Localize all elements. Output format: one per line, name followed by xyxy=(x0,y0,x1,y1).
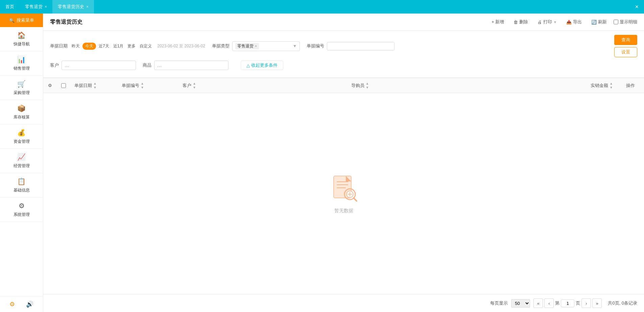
refresh-button-label: 刷新 xyxy=(598,19,607,25)
sidebar-item-sales-label: 销售管理 xyxy=(14,66,30,71)
delete-icon: 🗑 xyxy=(514,20,518,25)
show-detail-container: 显示明细 xyxy=(614,19,637,25)
page-size-select[interactable]: 50 10 20 100 xyxy=(511,299,530,308)
date-btn-more[interactable]: 更多 xyxy=(126,43,137,50)
print-button[interactable]: 🖨 打印 ▼ xyxy=(535,18,559,26)
th-customer-sort[interactable]: ▲ ▼ xyxy=(193,82,196,89)
page-next-button[interactable]: › xyxy=(581,298,591,308)
sidebar-search[interactable]: 🔍 搜索菜单 xyxy=(0,14,43,27)
tab-home[interactable]: 首页 xyxy=(0,0,20,14)
tab-retail-return-close[interactable]: × xyxy=(45,4,47,9)
th-guide-label: 导购员 xyxy=(351,83,364,89)
pagination: 每页显示 50 10 20 100 « ‹ 第 页 › » 共0页, 0条记录 xyxy=(43,294,644,312)
page-input[interactable] xyxy=(561,299,574,307)
th-customer-label: 客户 xyxy=(183,83,191,89)
system-icon: ⚙ xyxy=(19,202,25,210)
tab-retail-return-history-close[interactable]: × xyxy=(86,4,89,9)
topbar: 首页 零售退货 × 零售退货历史 × × xyxy=(0,0,644,14)
th-date-label: 单据日期 xyxy=(74,83,92,89)
export-button[interactable]: 📤 导出 xyxy=(564,18,585,26)
sidebar-item-operations[interactable]: 📈 经营管理 xyxy=(0,149,43,173)
audio-icon[interactable]: 🔊 xyxy=(26,300,33,308)
doc-type-value: 零售退货 × xyxy=(235,43,293,49)
empty-text: 暂无数据 xyxy=(334,208,353,214)
refresh-button[interactable]: 🔄 刷新 xyxy=(589,18,610,26)
th-spacer xyxy=(408,82,577,89)
th-no[interactable]: 单据编号 ▲ ▼ xyxy=(118,78,178,93)
doc-type-tag-close[interactable]: × xyxy=(255,44,257,48)
date-btn-1month[interactable]: 近1月 xyxy=(112,43,125,50)
th-action: 操作 xyxy=(617,79,644,92)
goods-select[interactable]: ... xyxy=(154,61,229,70)
th-customer[interactable]: 客户 ▲ ▼ xyxy=(178,78,347,93)
show-detail-label: 显示明细 xyxy=(620,19,637,25)
main-layout: 🔍 搜索菜单 🏠 快捷导航 📊 销售管理 🛒 采购管理 📦 库存核算 💰 资金管… xyxy=(0,14,644,312)
doc-type-select[interactable]: 零售退货 × ▼ xyxy=(232,41,300,51)
sidebar-item-sales-mgmt[interactable]: 📊 销售管理 xyxy=(0,51,43,76)
date-btn-7days[interactable]: 近7天 xyxy=(97,43,111,50)
th-amount[interactable]: 实销金额 ▲ ▼ xyxy=(576,78,617,93)
delete-button[interactable]: 🗑 删除 xyxy=(511,18,531,26)
svg-line-7 xyxy=(354,198,357,201)
new-button[interactable]: + 新增 xyxy=(489,18,507,26)
th-settings[interactable]: ⚙ xyxy=(43,80,57,91)
purchase-icon: 🛒 xyxy=(17,80,26,88)
th-no-label: 单据编号 xyxy=(122,83,139,89)
sidebar-item-quick-nav[interactable]: 🏠 快捷导航 xyxy=(0,27,43,51)
header-actions: + 新增 🗑 删除 🖨 打印 ▼ 📤 导出 🔄 刷新 xyxy=(489,18,637,26)
page-prev-button[interactable]: ‹ xyxy=(544,298,554,308)
select-all-checkbox[interactable] xyxy=(61,83,66,88)
doc-no-filter: 单据编号 xyxy=(307,42,395,50)
show-detail-checkbox[interactable] xyxy=(614,20,618,24)
th-amount-sort[interactable]: ▲ ▼ xyxy=(610,82,613,89)
sidebar-item-inventory[interactable]: 📦 库存核算 xyxy=(0,100,43,125)
th-date-sort[interactable]: ▲ ▼ xyxy=(93,82,97,89)
page-last-button[interactable]: » xyxy=(592,298,602,308)
query-button[interactable]: 查询 xyxy=(614,35,637,45)
sidebar-item-inventory-label: 库存核算 xyxy=(14,114,30,120)
home-icon: 🏠 xyxy=(17,31,26,39)
settings-button[interactable]: 设置 xyxy=(614,47,637,57)
goods-dots: ... xyxy=(157,62,162,68)
th-date[interactable]: 单据日期 ▲ ▼ xyxy=(70,78,118,93)
date-btn-today[interactable]: 今天 xyxy=(82,43,96,50)
customer-filter: 客户 ... xyxy=(50,61,136,70)
table-area: ⚙ 单据日期 ▲ ▼ 单据编号 ▲ ▼ xyxy=(43,78,644,294)
sidebar-item-finance[interactable]: 💰 资金管理 xyxy=(0,125,43,149)
date-btn-custom[interactable]: 自定义 xyxy=(138,43,153,50)
basic-info-icon: 📋 xyxy=(17,177,26,185)
search-icon: 🔍 xyxy=(9,18,15,23)
th-guide[interactable]: 导购员 ▲ ▼ xyxy=(347,78,408,93)
customer-select[interactable]: ... xyxy=(62,61,136,70)
filter-area: 单据日期 昨天 今天 近7天 近1月 更多 自定义 2023-06-02 至 2… xyxy=(43,31,644,78)
content-area: 零售退货历史 + 新增 🗑 删除 🖨 打印 ▼ 📤 导出 xyxy=(43,14,644,312)
date-btn-yesterday[interactable]: 昨天 xyxy=(70,43,81,50)
doc-no-label: 单据编号 xyxy=(307,43,324,49)
tab-retail-return[interactable]: 零售退货 × xyxy=(20,0,52,14)
table-header: ⚙ 单据日期 ▲ ▼ 单据编号 ▲ ▼ xyxy=(43,78,644,93)
goods-filter: 商品 ... xyxy=(143,61,229,70)
tab-retail-return-history-label: 零售退货历史 xyxy=(58,4,84,10)
tab-retail-return-label: 零售退货 xyxy=(25,4,43,10)
empty-icon xyxy=(327,173,361,204)
window-close-button[interactable]: × xyxy=(629,3,644,10)
doc-type-arrow: ▼ xyxy=(293,44,297,48)
doc-no-input[interactable] xyxy=(327,42,395,50)
collapse-button[interactable]: △ 收起更多条件 xyxy=(241,61,283,70)
th-no-sort[interactable]: ▲ ▼ xyxy=(141,82,144,89)
page-first-button[interactable]: « xyxy=(533,298,543,308)
tab-retail-return-history[interactable]: 零售退货历史 × xyxy=(52,0,94,14)
customer-value: ... xyxy=(65,62,133,68)
sidebar-item-system-mgmt[interactable]: ⚙ 系统管理 xyxy=(0,198,43,222)
sidebar-item-finance-label: 资金管理 xyxy=(14,139,30,144)
page-nav: « ‹ 第 页 › » xyxy=(533,298,602,308)
page-header: 零售退货历史 + 新增 🗑 删除 🖨 打印 ▼ 📤 导出 xyxy=(43,14,644,31)
right-buttons: 查询 设置 xyxy=(614,35,637,57)
sidebar-item-purchase-mgmt[interactable]: 🛒 采购管理 xyxy=(0,76,43,100)
export-button-label: 导出 xyxy=(573,19,582,25)
th-guide-sort[interactable]: ▲ ▼ xyxy=(366,82,369,89)
sidebar-item-basic-info-label: 基础信息 xyxy=(14,187,30,193)
settings-bottom-icon[interactable]: ⚙ xyxy=(9,300,15,308)
th-checkbox[interactable] xyxy=(57,80,70,91)
sidebar-item-basic-info[interactable]: 📋 基础信息 xyxy=(0,173,43,198)
